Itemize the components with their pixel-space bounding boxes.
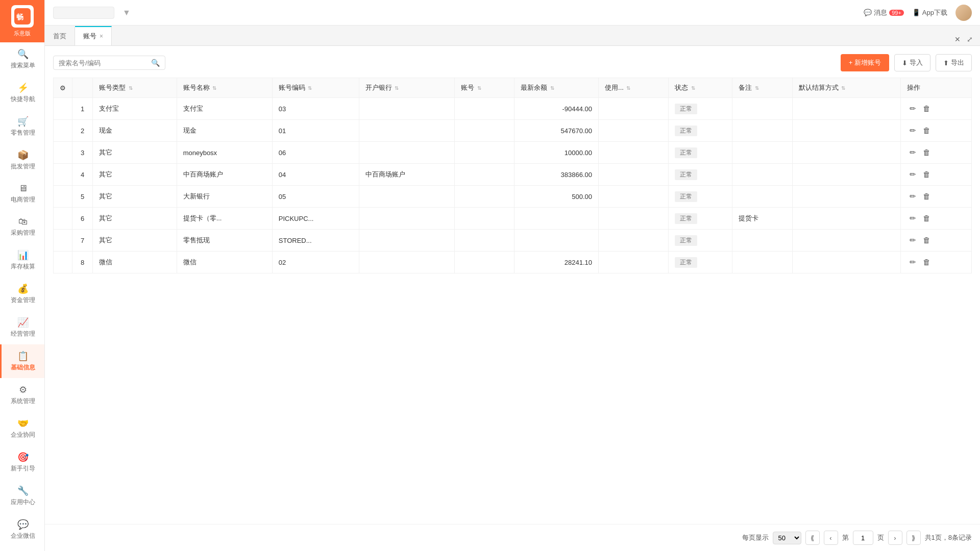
row-account-number [454,98,514,120]
th-settings[interactable]: ⚙ [54,78,72,98]
row-balance: 547670.00 [514,120,599,142]
th-status[interactable]: 状态 ⇅ [669,78,732,98]
sidebar-item-wholesale[interactable]: 📦 批发管理 [0,143,44,177]
row-default-settle [792,98,900,120]
sidebar-item-member[interactable]: 👑 畅会员 [0,546,44,551]
edit-button[interactable]: ✏ [907,257,919,268]
th-default-settle[interactable]: 默认结算方式 ⇅ [792,78,900,98]
delete-button[interactable]: 🗑 [920,103,933,114]
row-actions: ✏ 🗑 [900,120,971,142]
messages-button[interactable]: 💬 消息 99+ [864,8,904,17]
row-actions: ✏ 🗑 [900,164,971,186]
th-account-number[interactable]: 账号 ⇅ [454,78,514,98]
per-page-select[interactable]: 50 10 20 100 [773,532,801,544]
edit-button[interactable]: ✏ [907,235,919,246]
messages-label: 消息 [874,8,887,17]
row-account-number [454,252,514,273]
row-bank [359,252,454,273]
sidebar-item-inventory-label: 库存核算 [11,262,35,271]
row-index: 8 [72,252,93,273]
sidebar-item-ecommerce[interactable]: 🖥 电商管理 [0,177,44,210]
sort-arrows-settle: ⇅ [841,85,845,91]
row-index: 4 [72,164,93,186]
sidebar-item-finance[interactable]: 💰 资金管理 [0,277,44,311]
tab-close-all-button[interactable]: ✕ [951,33,964,45]
guide-icon: 🎯 [17,452,29,463]
table-row: 1 支付宝 支付宝 03 -90444.00 正常 ✏ 🗑 [54,98,972,120]
row-settings [54,98,72,120]
delete-button[interactable]: 🗑 [920,257,933,267]
sort-arrows-remark: ⇅ [755,85,759,91]
tab-account[interactable]: 账号 × [75,26,112,45]
edit-button[interactable]: ✏ [907,147,919,158]
row-account-type: 其它 [93,142,177,164]
th-account-name[interactable]: 账号名称 ⇅ [177,78,272,98]
sidebar-nav: 🔍 搜索菜单 ⚡ 快捷导航 🛒 零售管理 📦 批发管理 🖥 电商管理 🛍 采购管… [0,42,44,551]
sidebar-item-operations[interactable]: 📈 经营管理 [0,311,44,344]
edit-button[interactable]: ✏ [907,169,919,180]
sidebar-item-system[interactable]: ⚙ 系统管理 [0,378,44,412]
row-account-number [454,186,514,208]
page-suffix: 页 [877,533,884,542]
row-bank [359,230,454,252]
sidebar-item-app-center[interactable]: 🔧 应用中心 [0,479,44,513]
th-remark[interactable]: 备注 ⇅ [732,78,792,98]
page-last-button[interactable]: ⟫ [906,531,921,545]
row-settings [54,120,72,142]
table-row: 3 其它 moneybosx 06 10000.00 正常 ✏ 🗑 [54,142,972,164]
sidebar-item-retail[interactable]: 🛒 零售管理 [0,110,44,143]
app-download-button[interactable]: 📱 App下载 [912,8,947,17]
tab-expand-button[interactable]: ⤢ [964,33,976,45]
sidebar-item-purchase[interactable]: 🛍 采购管理 [0,210,44,243]
th-usage[interactable]: 使用... ⇅ [599,78,669,98]
edit-button[interactable]: ✏ [907,125,919,136]
page-prev-button[interactable]: ‹ [824,531,838,545]
sidebar: 畅 乐意版 🔍 搜索菜单 ⚡ 快捷导航 🛒 零售管理 📦 批发管理 🖥 电商管理… [0,0,45,551]
th-account-type[interactable]: 账号类型 ⇅ [93,78,177,98]
delete-button[interactable]: 🗑 [920,169,933,180]
header-search-input[interactable] [53,7,114,19]
row-usage [599,164,669,186]
page-first-button[interactable]: ⟪ [805,531,820,545]
pagination: 每页显示 50 10 20 100 ⟪ ‹ 第 页 › ⟫ 共1页，8条记录 [45,524,980,551]
delete-button[interactable]: 🗑 [920,125,933,136]
import-button[interactable]: ⬇ 导入 [894,54,930,71]
avatar[interactable] [955,5,972,21]
page-input[interactable] [853,531,873,545]
search-icon[interactable]: 🔍 [151,59,160,67]
delete-button[interactable]: 🗑 [920,235,933,245]
row-default-settle [792,164,900,186]
th-bank[interactable]: 开户银行 ⇅ [359,78,454,98]
page-next-button[interactable]: › [888,531,902,545]
app-center-icon: 🔧 [17,485,29,496]
header-dropdown-icon[interactable]: ▼ [122,8,131,17]
tab-home[interactable]: 首页 [45,27,75,45]
edit-button[interactable]: ✏ [907,103,919,114]
tab-actions: ✕ ⤢ [951,33,980,45]
sidebar-item-quicknav[interactable]: ⚡ 快捷导航 [0,76,44,110]
table-row: 5 其它 大新银行 05 500.00 正常 ✏ 🗑 [54,186,972,208]
sidebar-item-purchase-label: 采购管理 [11,229,35,237]
sidebar-item-inventory[interactable]: 📊 库存核算 [0,243,44,277]
row-actions: ✏ 🗑 [900,186,971,208]
th-account-code[interactable]: 账号编码 ⇅ [272,78,359,98]
export-button[interactable]: ⬆ 导出 [936,54,972,71]
sidebar-item-search[interactable]: 🔍 搜索菜单 [0,42,44,76]
delete-button[interactable]: 🗑 [920,147,933,158]
row-index: 1 [72,98,93,120]
th-balance[interactable]: 最新余额 ⇅ [514,78,599,98]
search-input[interactable] [59,59,151,67]
page-content: 🔍 + 新增账号 ⬇ 导入 ⬆ 导出 ⚙ 账号类型 ⇅ [45,46,980,524]
sidebar-item-collab[interactable]: 🤝 企业协同 [0,412,44,445]
delete-button[interactable]: 🗑 [920,191,933,202]
tab-account-close[interactable]: × [100,33,103,40]
sidebar-item-guide[interactable]: 🎯 新手引导 [0,445,44,479]
sidebar-item-basic-info[interactable]: 📋 基础信息 [0,344,44,378]
status-badge: 正常 [675,257,697,268]
add-account-button[interactable]: + 新增账号 [841,54,889,71]
edit-button[interactable]: ✏ [907,213,919,224]
sidebar-item-wechat[interactable]: 💬 企业微信 [0,513,44,546]
delete-button[interactable]: 🗑 [920,213,933,223]
row-status: 正常 [669,120,732,142]
edit-button[interactable]: ✏ [907,191,919,202]
